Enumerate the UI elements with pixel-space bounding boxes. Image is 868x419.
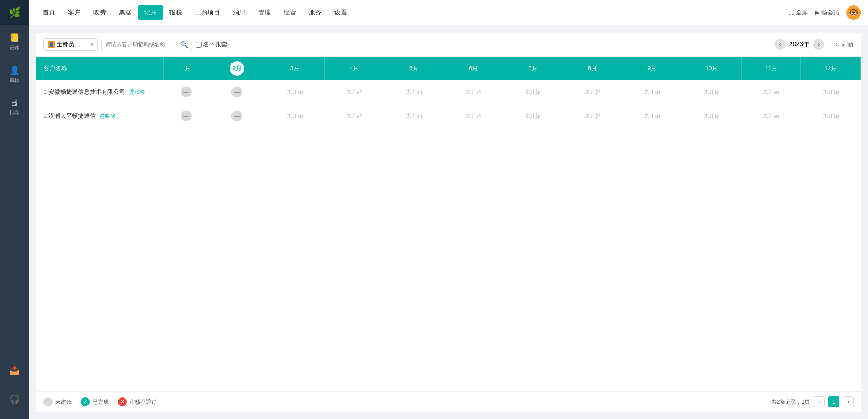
vip-icon: ▶ (815, 9, 820, 16)
prev-page-button[interactable]: ‹ (814, 396, 825, 407)
col-header-mar: 3月 (265, 57, 324, 80)
refresh-label: 刷新 (842, 40, 854, 48)
nav-service[interactable]: 服务 (303, 0, 328, 25)
cell-sep-1: 未开始 (622, 104, 682, 128)
logo-icon: 🌿 (9, 7, 21, 19)
employee-select[interactable]: 👤 全部员工 ▾ (43, 38, 98, 51)
customer-name-1: 漠澜太平畅捷通信 (48, 112, 96, 119)
status-not-started-nov-1: 未开始 (763, 113, 779, 119)
status-not-started-aug-0: 未开始 (584, 89, 601, 95)
enter-link-1[interactable]: 进账簿 (99, 113, 116, 119)
status-dash-jan-1: — (181, 111, 192, 121)
nav-invoice[interactable]: 票据 (112, 0, 138, 25)
sidebar-item-support[interactable]: 🎧 (0, 386, 29, 412)
nav-business[interactable]: 工商项目 (188, 0, 227, 25)
current-page-button[interactable]: 1 (828, 396, 839, 407)
nav-home[interactable]: 首页 (36, 0, 62, 25)
col-header-apr: 4月 (324, 57, 384, 80)
cell-aug-1: 未开始 (563, 104, 622, 128)
status-not-started-jun-0: 未开始 (465, 89, 482, 95)
my-accounts-checkbox-label[interactable]: 名下账套 (196, 40, 227, 48)
cell-jun-1: 未开始 (444, 104, 503, 128)
nav-charge[interactable]: 收费 (87, 0, 112, 25)
fullscreen-icon: ⛶ (788, 9, 794, 16)
current-month-circle: 2月 (230, 61, 244, 76)
accounts-table: 客户名称 1月 2月 3月 4月 5月 6月 7月 8月 9月 (36, 57, 861, 128)
status-not-started-may-0: 未开始 (406, 89, 422, 95)
status-not-started-jul-1: 未开始 (525, 113, 541, 119)
nav-manage[interactable]: 管理 (252, 0, 277, 25)
status-not-started-apr-1: 未开始 (346, 113, 362, 119)
cell-jan-1: — (163, 104, 209, 128)
next-page-button[interactable]: › (843, 396, 854, 407)
sidebar-item-download[interactable]: 📥 (0, 357, 29, 383)
cell-feb-1: — (209, 104, 265, 128)
status-not-started-oct-1: 未开始 (704, 113, 720, 119)
col-header-name: 客户名称 (36, 57, 163, 80)
download-icon: 📥 (10, 365, 19, 375)
status-not-started-jun-1: 未开始 (465, 113, 482, 119)
vip-button[interactable]: ▶ 畅会员 (815, 9, 839, 17)
status-not-started-jul-0: 未开始 (525, 89, 541, 95)
year-prev-button[interactable]: ‹ (775, 39, 786, 50)
refresh-button[interactable]: ↻ 刷新 (835, 40, 854, 48)
col-header-nov: 11月 (741, 57, 800, 80)
enter-link-0[interactable]: 进账簿 (129, 89, 145, 95)
sidebar-item-accounting-label: 记账 (10, 44, 19, 51)
year-next-button[interactable]: › (813, 39, 824, 50)
customer-name-0: 安徽畅捷通信息技术有限公司 (48, 88, 125, 95)
legend-label-rejected: 审核不通过 (130, 398, 157, 406)
sidebar-item-accounting[interactable]: 📒 记账 (0, 25, 29, 58)
cell-mar-0: 未开始 (265, 80, 324, 104)
year-navigation: ‹ 2023年 › (775, 39, 824, 50)
top-navigation: 首页 客户 收费 票据 记账 报税 工商项目 消息 管理 经营 服务 设置 ⛶ … (29, 0, 868, 25)
total-records-label: 共2条记录，1页 (772, 398, 810, 406)
legend-complete: ✓ 已完成 (81, 397, 109, 406)
col-header-jun: 6月 (444, 57, 503, 80)
nav-client[interactable]: 客户 (62, 0, 87, 25)
nav-settings[interactable]: 设置 (328, 0, 353, 25)
table-row: 1安徽畅捷通信息技术有限公司进账簿——未开始未开始未开始未开始未开始未开始未开始… (36, 80, 861, 104)
print-icon: 🖨 (10, 98, 19, 107)
col-header-may: 5月 (384, 57, 444, 80)
sidebar-item-audit[interactable]: 👤 审核 (0, 58, 29, 91)
cell-jan-0: — (163, 80, 209, 104)
search-icon[interactable]: 🔍 (180, 41, 188, 48)
legend-label-complete: 已完成 (92, 398, 109, 406)
pagination-area: 共2条记录，1页 ‹ 1 › (772, 396, 854, 407)
employee-dropdown-icon: ▾ (91, 41, 94, 48)
cell-may-0: 未开始 (384, 80, 444, 104)
status-not-started-nov-0: 未开始 (763, 89, 779, 95)
toolbar: 👤 全部员工 ▾ 🔍 名下账套 ‹ 2023年 › (36, 33, 861, 57)
cell-jul-0: 未开始 (503, 80, 563, 104)
col-header-aug: 8月 (563, 57, 622, 80)
user-avatar[interactable]: 🐯 (846, 5, 861, 20)
col-header-sep: 9月 (622, 57, 682, 80)
employee-label: 全部员工 (57, 40, 80, 48)
cell-nov-0: 未开始 (741, 80, 800, 104)
table-header-row: 客户名称 1月 2月 3月 4月 5月 6月 7月 8月 9月 (36, 57, 861, 80)
my-accounts-checkbox[interactable] (196, 42, 202, 48)
search-box: 🔍 (101, 39, 192, 50)
cell-jun-0: 未开始 (444, 80, 503, 104)
cell-feb-0: — (209, 80, 265, 104)
year-label: 2023年 (789, 40, 810, 48)
status-not-started-sep-0: 未开始 (644, 89, 660, 95)
nav-tax[interactable]: 报税 (163, 0, 188, 25)
cell-may-1: 未开始 (384, 104, 444, 128)
nav-message[interactable]: 消息 (227, 0, 252, 25)
sidebar: 🌿 📒 记账 👤 审核 🖨 打印 📥 🎧 (0, 0, 29, 419)
search-input[interactable] (106, 41, 180, 48)
sidebar-item-print[interactable]: 🖨 打印 (0, 91, 29, 123)
legend-unbuilt: — 未建账 (43, 397, 72, 406)
status-not-started-aug-1: 未开始 (584, 113, 601, 119)
cell-mar-1: 未开始 (265, 104, 324, 128)
status-not-started-dec-0: 未开始 (823, 89, 839, 95)
fullscreen-button[interactable]: ⛶ 全屏 (788, 9, 808, 17)
nav-operation[interactable]: 经营 (277, 0, 303, 25)
status-not-started-sep-1: 未开始 (644, 113, 660, 119)
content-area: 👤 全部员工 ▾ 🔍 名下账套 ‹ 2023年 › (29, 25, 868, 419)
cell-dec-1: 未开始 (801, 104, 861, 128)
nav-bookkeeping[interactable]: 记账 (138, 5, 163, 20)
main-card: 👤 全部员工 ▾ 🔍 名下账套 ‹ 2023年 › (36, 33, 861, 412)
